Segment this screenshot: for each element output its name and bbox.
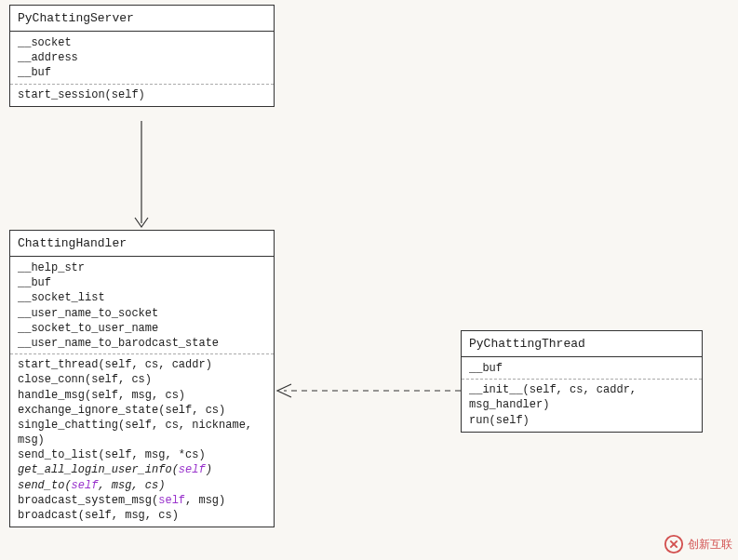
method: send_to_list(self, msg, *cs)	[18, 447, 266, 462]
attr: __buf	[18, 275, 266, 290]
attr: __user_name_to_socket	[18, 306, 266, 321]
attr: __socket_to_user_name	[18, 321, 266, 336]
attr: __buf	[18, 65, 266, 80]
class-pychattingserver: PyChattingServer __socket __address __bu…	[9, 5, 275, 107]
logo-icon	[664, 534, 684, 554]
method: start_thread(self, cs, caddr)	[18, 357, 266, 372]
class-methods: start_thread(self, cs, caddr) close_conn…	[10, 354, 274, 527]
method: run(self)	[469, 413, 694, 428]
method: start_session(self)	[18, 87, 266, 102]
watermark: 创新互联	[664, 534, 732, 554]
class-methods: start_session(self)	[10, 85, 274, 106]
method: broadcast_system_msg(self, msg)	[18, 493, 266, 508]
class-title: PyChattingServer	[10, 6, 274, 32]
method: __init__(self, cs, caddr, msg_handler)	[469, 382, 694, 412]
method: exchange_ignore_state(self, cs)	[18, 403, 266, 418]
method: close_conn(self, cs)	[18, 372, 266, 387]
class-methods: __init__(self, cs, caddr, msg_handler) r…	[462, 380, 702, 432]
attr: __help_str	[18, 260, 266, 275]
class-attrs: __help_str __buf __socket_list __user_na…	[10, 257, 274, 354]
class-pychattingthread: PyChattingThread __buf __init__(self, cs…	[461, 330, 703, 433]
attr: __buf	[469, 361, 694, 376]
method: handle_msg(self, msg, cs)	[18, 388, 266, 403]
class-attrs: __socket __address __buf	[10, 32, 274, 85]
class-attrs: __buf	[462, 357, 702, 380]
attr: __user_name_to_barodcast_state	[18, 336, 266, 351]
attr: __socket_list	[18, 290, 266, 305]
attr: __address	[18, 50, 266, 65]
method: get_all_login_user_info(self)	[18, 462, 266, 477]
method: broadcast(self, msg, cs)	[18, 508, 266, 523]
method: single_chatting(self, cs, nickname, msg)	[18, 418, 266, 447]
method: send_to(self, msg, cs)	[18, 478, 266, 493]
class-title: ChattingHandler	[10, 231, 274, 257]
attr: __socket	[18, 35, 266, 50]
class-title: PyChattingThread	[462, 331, 702, 357]
class-chattinghandler: ChattingHandler __help_str __buf __socke…	[9, 230, 275, 527]
watermark-text: 创新互联	[688, 537, 732, 553]
